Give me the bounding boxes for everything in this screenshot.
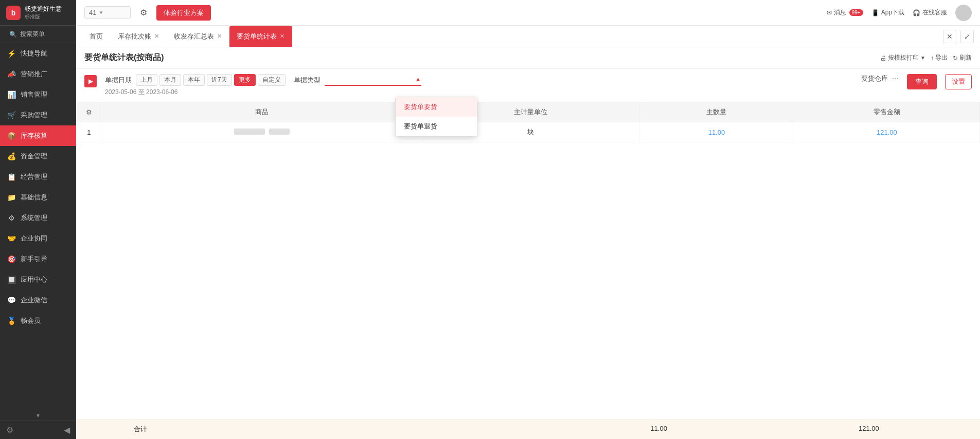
sidebar-item-label: 快捷导航 <box>21 49 47 58</box>
topbar-settings-button[interactable]: ⚙ <box>136 5 151 21</box>
sidebar-item-label: 营销推广 <box>21 69 47 79</box>
online-service-label: 在线客服 <box>922 8 947 17</box>
chevron-down-icon: ▼ <box>98 10 103 15</box>
sidebar-item-collab[interactable]: 🤝 企业协同 <box>0 228 76 249</box>
expand-tab-button[interactable]: ⤢ <box>960 30 974 43</box>
marketing-icon: 📣 <box>6 70 16 78</box>
date-btn-custom[interactable]: 自定义 <box>258 74 286 86</box>
collapse-icon[interactable]: ◀ <box>64 425 70 435</box>
online-service-item[interactable]: 🎧 在线客服 <box>913 8 947 17</box>
tab-home[interactable]: 首页 <box>82 26 111 47</box>
footer-total-label: 合计 <box>108 425 344 434</box>
sidebar-item-sales[interactable]: 📊 销售管理 <box>0 84 76 105</box>
dropdown-item-yaohuodanhuo[interactable]: 要货单要货 <box>396 97 477 117</box>
footer-quantity: 11.00 <box>554 425 764 434</box>
row-amount[interactable]: 121.00 <box>794 122 979 142</box>
member-icon: 🏅 <box>6 317 16 325</box>
sidebar-item-label: 采购管理 <box>21 111 47 120</box>
phone-icon: 📱 <box>871 9 879 16</box>
query-button[interactable]: 查询 <box>907 74 937 89</box>
col-settings[interactable]: ⚙ <box>76 102 102 122</box>
user-avatar[interactable] <box>955 5 972 21</box>
sidebar-item-label: 资金管理 <box>21 152 47 161</box>
sidebar-item-purchase[interactable]: 🛒 采购管理 <box>0 105 76 125</box>
tab-collect-summary-close[interactable]: ✕ <box>217 33 222 40</box>
sidebar-item-wechat[interactable]: 💬 企业微信 <box>0 290 76 310</box>
search-menu[interactable]: 🔍 搜索菜单 <box>0 26 76 43</box>
tabbar: 首页 库存批次账 ✕ 收发存汇总表 ✕ 要货单统计表 ✕ ✕ ⤢ <box>76 26 980 47</box>
settings-icon[interactable]: ⚙ <box>6 425 13 435</box>
tab-order-stats-label: 要货单统计表 <box>237 32 277 41</box>
footer-empty-cell <box>82 425 108 434</box>
warehouse-filter-group: 要货仓库 ··· <box>861 74 899 83</box>
tab-order-stats-close[interactable]: ✕ <box>280 33 284 40</box>
sidebar-item-label: 库存核算 <box>21 131 47 140</box>
sidebar-item-finance[interactable]: 💰 资金管理 <box>0 146 76 167</box>
sidebar-item-operations[interactable]: 📋 经营管理 <box>0 167 76 187</box>
type-filter-label: 单据类型 <box>294 76 320 85</box>
appcenter-icon: 🔲 <box>6 276 16 284</box>
date-btn-7-days[interactable]: 近7天 <box>207 74 232 86</box>
finance-icon: 💰 <box>6 152 16 160</box>
warehouse-filter-label: 要货仓库 <box>861 74 888 83</box>
logo-text: 畅捷通好生意 标准版 <box>25 5 62 20</box>
sidebar-item-basic[interactable]: 📁 基础信息 <box>0 187 76 208</box>
type-filter-input[interactable] <box>325 74 415 84</box>
sidebar-item-marketing[interactable]: 📣 营销推广 <box>0 64 76 84</box>
sidebar-item-appcenter[interactable]: 🔲 应用中心 <box>0 269 76 290</box>
search-menu-label: 搜索菜单 <box>20 30 45 39</box>
main-area: 41 ▼ ⚙ 体验行业方案 ✉ 消息 99+ 📱 App下载 🎧 在线客服 <box>76 0 980 439</box>
sidebar-item-system[interactable]: ⚙ 系统管理 <box>0 208 76 228</box>
trial-button[interactable]: 体验行业方案 <box>156 5 211 21</box>
tab-order-stats[interactable]: 要货单统计表 ✕ <box>229 26 292 47</box>
row-seq: 1 <box>76 122 102 142</box>
settings-small-button[interactable]: 设置 <box>945 74 972 89</box>
footer-amount: 121.00 <box>764 425 974 434</box>
tab-collect-summary[interactable]: 收发存汇总表 ✕ <box>167 26 229 47</box>
warehouse-more-icon[interactable]: ··· <box>892 74 899 83</box>
store-selector[interactable]: 41 ▼ <box>84 6 131 19</box>
sidebar-scroll-down[interactable]: ▼ <box>0 411 76 420</box>
search-icon: 🔍 <box>9 31 17 38</box>
refresh-button[interactable]: ↻ 刷新 <box>953 53 972 62</box>
sidebar-bottom: ⚙ ◀ <box>0 420 76 439</box>
type-filter-chevron-up-icon[interactable]: ▲ <box>415 76 421 83</box>
amount-link[interactable]: 121.00 <box>877 129 897 136</box>
export-icon: ↑ <box>931 54 934 62</box>
row-quantity[interactable]: 11.00 <box>639 122 794 142</box>
product-name-placeholder1 <box>234 129 265 135</box>
filter-expand-button[interactable]: ▶ <box>84 75 97 87</box>
page-header-actions: 🖨 按模板打印 ▼ ↑ 导出 ↻ 刷新 <box>880 53 972 62</box>
type-dropdown: 要货单要货 要货单退货 <box>395 97 477 137</box>
date-btn-last-month[interactable]: 上月 <box>136 74 157 86</box>
sidebar-nav: ⚡ 快捷导航 📣 营销推广 📊 销售管理 🛒 采购管理 📦 库存核算 💰 资金管… <box>0 43 76 411</box>
logo-icon: b <box>6 6 21 20</box>
tab-batch-account-close[interactable]: ✕ <box>154 33 159 40</box>
tab-batch-account-label: 库存批次账 <box>118 32 151 41</box>
sidebar-item-member[interactable]: 🏅 畅会员 <box>0 310 76 331</box>
date-btn-more[interactable]: 更多 <box>234 74 256 86</box>
inventory-icon: 📦 <box>6 132 16 140</box>
sidebar-item-quick-nav[interactable]: ⚡ 快捷导航 <box>0 43 76 64</box>
print-button[interactable]: 🖨 按模板打印 ▼ <box>880 53 925 62</box>
dropdown-item-yaohuodantuihuo[interactable]: 要货单退货 <box>396 117 477 136</box>
date-btn-this-year[interactable]: 本年 <box>183 74 205 86</box>
table-row: 1 块 11.00 121.00 <box>76 122 980 142</box>
sidebar-item-label: 应用中心 <box>21 275 47 284</box>
app-download-item[interactable]: 📱 App下载 <box>871 8 904 17</box>
date-filter-label: 单据日期 <box>105 76 132 85</box>
export-button[interactable]: ↑ 导出 <box>931 53 948 62</box>
quantity-link[interactable]: 11.00 <box>708 129 725 136</box>
close-all-tabs-button[interactable]: ✕ <box>943 30 956 43</box>
sidebar-item-guide[interactable]: 🎯 新手引导 <box>0 249 76 269</box>
col-product: 商品 <box>102 102 422 122</box>
tab-batch-account[interactable]: 库存批次账 ✕ <box>111 26 167 47</box>
tab-home-label: 首页 <box>90 32 103 41</box>
chevron-down-icon: ▼ <box>920 55 925 61</box>
date-btn-this-month[interactable]: 本月 <box>159 74 181 86</box>
row-product <box>102 122 422 142</box>
sidebar-item-inventory[interactable]: 📦 库存核算 <box>0 125 76 146</box>
message-badge: 99+ <box>849 9 863 16</box>
message-item[interactable]: ✉ 消息 99+ <box>827 8 863 17</box>
system-icon: ⚙ <box>6 214 16 222</box>
